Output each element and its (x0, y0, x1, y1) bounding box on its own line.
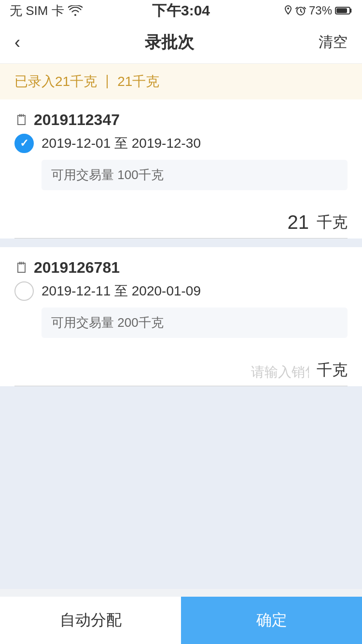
batch2-header: 🗒 2019126781 (14, 259, 348, 277)
section-divider-1 (0, 238, 362, 247)
page-title: 录批次 (145, 31, 194, 54)
batch1-qty-unit: 千克 (317, 212, 348, 233)
svg-point-0 (287, 8, 289, 10)
batch2-doc-icon: 🗒 (14, 260, 29, 276)
carrier-text: 无 SIM 卡 (10, 2, 64, 19)
batch2-radio[interactable] (14, 281, 34, 301)
battery-text: 73% (309, 4, 332, 17)
content-area: 已录入21千克 21千克 🗒 2019112347 2019-12-01 至 2… (0, 64, 362, 644)
batch1-header: 🗒 2019112347 (14, 111, 348, 129)
batch1-qty-row: 千克 (0, 205, 362, 238)
batch1-qty-input[interactable] (251, 211, 309, 233)
status-right: 73% (284, 4, 352, 17)
confirm-button[interactable]: 确定 (181, 597, 362, 644)
batch2-id: 2019126781 (34, 259, 120, 277)
batch2-date-row: 2019-12-11 至 2020-01-09 (14, 281, 348, 301)
batch1-available: 可用交易量 100千克 (42, 160, 348, 190)
batch2-item: 🗒 2019126781 2019-12-11 至 2020-01-09 可用交… (0, 247, 362, 352)
summary-divider (107, 75, 108, 88)
batch2-qty-unit: 千克 (317, 360, 348, 381)
batch2-card: 🗒 2019126781 2019-12-11 至 2020-01-09 可用交… (0, 247, 362, 386)
batch2-available: 可用交易量 200千克 (42, 308, 348, 338)
wifi-icon (68, 5, 83, 16)
batch1-date: 2019-12-01 至 2019-12-30 (42, 134, 201, 153)
batch1-doc-icon: 🗒 (14, 112, 29, 128)
batch2-qty-input[interactable] (251, 359, 309, 381)
batch2-date: 2019-12-11 至 2020-01-09 (42, 282, 201, 300)
status-time: 下午3:04 (152, 1, 210, 21)
battery-icon (335, 6, 352, 15)
batch1-item: 🗒 2019112347 2019-12-01 至 2019-12-30 可用交… (0, 99, 362, 205)
status-bar: 无 SIM 卡 下午3:04 73% (0, 0, 362, 21)
location-icon (284, 5, 292, 16)
bottom-bar: 自动分配 确定 (0, 597, 362, 644)
nav-bar: ‹ 录批次 清空 (0, 21, 362, 64)
batch2-qty-row: 千克 (0, 352, 362, 386)
summary-amount-text: 21千克 (117, 72, 159, 91)
alarm-icon (295, 5, 306, 16)
back-button[interactable]: ‹ (14, 32, 20, 53)
auto-distribute-button[interactable]: 自动分配 (0, 597, 181, 644)
batch1-id: 2019112347 (34, 111, 120, 129)
batch1-radio[interactable] (14, 134, 34, 153)
status-left: 无 SIM 卡 (10, 2, 83, 19)
batch1-date-row: 2019-12-01 至 2019-12-30 (14, 134, 348, 153)
svg-rect-3 (336, 8, 347, 13)
summary-bar: 已录入21千克 21千克 (0, 64, 362, 99)
batch1-card: 🗒 2019112347 2019-12-01 至 2019-12-30 可用交… (0, 99, 362, 238)
bottom-empty-area (0, 386, 362, 589)
summary-recorded-text: 已录入21千克 (14, 72, 97, 91)
clear-button[interactable]: 清空 (319, 32, 348, 52)
